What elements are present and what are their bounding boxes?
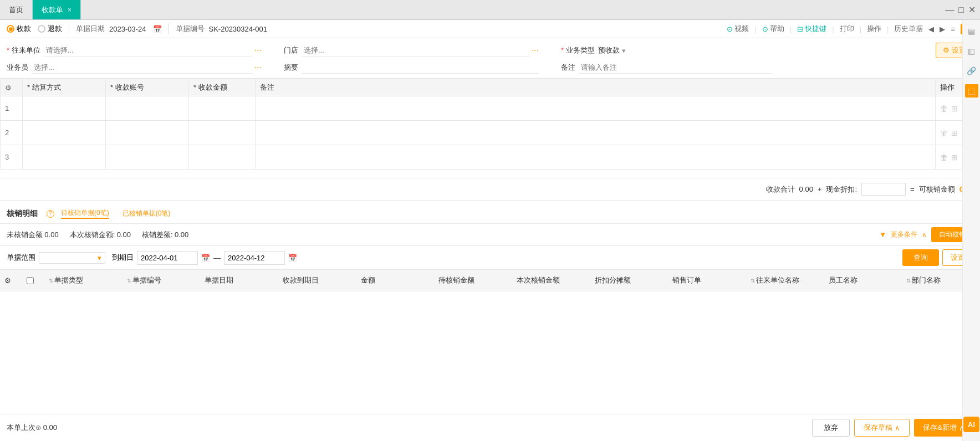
row-amount-3[interactable] xyxy=(189,145,256,170)
receipt-table-container: ⚙ * 结算方式 * 收款账号 * 收款金额 备注 xyxy=(0,79,980,178)
query-button[interactable]: 查询 xyxy=(902,249,939,266)
help-btn[interactable]: ⊙ 帮助 xyxy=(762,24,784,34)
staff-more-icon[interactable]: ··· xyxy=(254,63,262,73)
tab-receipt[interactable]: 收款单 × xyxy=(33,0,81,19)
row-remark-2[interactable] xyxy=(256,121,936,145)
hexiao-info-icon[interactable]: ? xyxy=(47,210,54,218)
table-settings-header[interactable]: ⚙ xyxy=(1,79,23,96)
row-account-1[interactable] xyxy=(106,96,189,121)
range-select[interactable]: ▾ xyxy=(39,252,105,264)
close-button[interactable]: ✕ xyxy=(968,4,976,15)
row-amount-1[interactable] xyxy=(189,96,256,121)
chevron-up-icon[interactable]: ∧ xyxy=(922,231,927,239)
bottom-settings-col[interactable]: ⚙ xyxy=(0,274,22,287)
settlement-label: * 结算方式 xyxy=(27,83,61,91)
copy-icon-2[interactable]: ⊞ xyxy=(951,129,958,137)
unverified-stat: 未核销金额 0.00 xyxy=(7,230,59,240)
store-more-icon[interactable]: ··· xyxy=(532,45,539,55)
date-to-input[interactable] xyxy=(224,251,285,265)
discount-label: 现金折扣: xyxy=(826,184,857,194)
restore-button[interactable]: □ xyxy=(958,5,964,15)
discount-input[interactable] xyxy=(861,183,906,196)
row-remark-1[interactable] xyxy=(256,96,936,121)
store-input[interactable] xyxy=(302,44,529,57)
discard-button[interactable]: 放弃 xyxy=(812,419,850,437)
right-sidebar: ▤ ▥ 🔗 ⬚ Ai xyxy=(962,20,980,441)
draft-button[interactable]: 保存草稿 ∧ xyxy=(854,419,910,437)
row-remark-3[interactable] xyxy=(256,145,936,170)
amount-label: * 收款金额 xyxy=(193,83,227,91)
counterparty-input[interactable] xyxy=(44,44,252,57)
print-btn[interactable]: 打印 xyxy=(840,24,854,34)
sidebar-icon-link[interactable]: 🔗 xyxy=(965,64,978,78)
more-conditions-btn[interactable]: 更多条件 xyxy=(891,230,917,239)
table-row: 3 🗑 ⊞ xyxy=(1,145,980,170)
draft-label: 保存草稿 xyxy=(864,423,892,433)
nav-right-btn[interactable]: ▶ xyxy=(940,25,945,33)
calendar-icon[interactable]: 📅 xyxy=(153,25,162,33)
ai-button[interactable]: Ai xyxy=(963,417,979,432)
list-view-btn[interactable]: ≡ xyxy=(951,25,955,33)
bottom-due-date-col: 收款到期日 xyxy=(278,273,356,288)
number-label: 单据编号 xyxy=(176,24,205,34)
receipt-refund-toggle: 收款 退款 xyxy=(7,24,62,34)
row-account-2[interactable] xyxy=(106,121,189,145)
sort-icon-type[interactable]: ⇅ xyxy=(49,278,53,284)
table-row: 2 🗑 ⊞ xyxy=(1,121,980,145)
remark-input[interactable] xyxy=(579,61,772,74)
sidebar-icon-1[interactable]: ▤ xyxy=(965,24,978,38)
row-settlement-2[interactable] xyxy=(23,121,106,145)
row-settlement-1[interactable] xyxy=(23,96,106,121)
delete-icon-1[interactable]: 🗑 xyxy=(940,104,948,113)
cal-to-icon[interactable]: 📅 xyxy=(288,254,297,262)
copy-icon-3[interactable]: ⊞ xyxy=(951,153,958,162)
row-account-3[interactable] xyxy=(106,145,189,170)
plus-sign: + xyxy=(818,185,822,193)
business-type-value: 预收款 xyxy=(598,45,620,55)
store-field: 门店 ··· xyxy=(284,44,539,57)
this-order-label: 本单上次⊙ xyxy=(7,423,41,432)
cal-from-icon[interactable]: 📅 xyxy=(201,254,210,262)
select-all-checkbox[interactable] xyxy=(27,277,34,284)
row-settlement-3[interactable] xyxy=(23,145,106,170)
video-btn[interactable]: ⊙ 视频 xyxy=(727,24,749,34)
staff-input[interactable] xyxy=(32,61,252,74)
sum-bar: 收款合计 0.00 + 现金折扣: = 可核销金额 0.00 xyxy=(0,178,980,201)
table-gear-icon[interactable]: ⚙ xyxy=(5,84,12,92)
footer-right: 放弃 保存草稿 ∧ 保存&新增 ∧ xyxy=(812,419,973,437)
business-type-label: 业务类型 xyxy=(561,45,595,55)
page-footer: 本单上次⊙ 0.00 放弃 保存草稿 ∧ 保存&新增 ∧ xyxy=(0,414,980,441)
business-type-field: 业务类型 预收款 ▾ xyxy=(561,45,772,55)
query-row: 单据范围 ▾ 到期日 📅 — 📅 查询 设置 xyxy=(0,246,980,270)
receipt-radio[interactable]: 收款 xyxy=(7,24,31,34)
bottom-gear-icon[interactable]: ⚙ xyxy=(4,276,11,285)
shortcut-btn[interactable]: ⊟ 快捷键 xyxy=(797,24,826,34)
done-tab[interactable]: 已核销单据(0笔) xyxy=(122,209,171,218)
nav-left-btn[interactable]: ◀ xyxy=(928,25,934,33)
refund-radio-circle xyxy=(38,25,45,33)
tab-home[interactable]: 首页 xyxy=(0,0,33,19)
pending-tab[interactable]: 待核销单据(0笔) xyxy=(61,208,109,219)
refund-radio[interactable]: 退款 xyxy=(38,24,62,34)
sidebar-icon-2[interactable]: ▥ xyxy=(965,44,978,58)
sort-icon-dept[interactable]: ⇅ xyxy=(906,278,911,284)
bottom-checkbox-col[interactable] xyxy=(22,275,44,286)
bottom-discount-col: 折扣分摊额 xyxy=(590,273,668,288)
operation-btn[interactable]: 操作 xyxy=(867,24,881,34)
history-btn[interactable]: 历史单据 xyxy=(894,24,923,34)
date-from-input[interactable] xyxy=(137,251,198,265)
copy-icon-1[interactable]: ⊞ xyxy=(951,104,958,113)
delete-icon-2[interactable]: 🗑 xyxy=(940,129,948,137)
counterparty-more-icon[interactable]: ··· xyxy=(254,45,262,55)
business-type-select[interactable]: 预收款 ▾ xyxy=(598,45,772,55)
shortcut-icon: ⊟ xyxy=(797,25,803,33)
delete-icon-3[interactable]: 🗑 xyxy=(940,153,948,162)
nav-right-icon: ▶ xyxy=(940,25,945,33)
minimize-button[interactable]: — xyxy=(945,5,954,15)
sort-icon-counterparty[interactable]: ⇅ xyxy=(751,278,755,284)
tab-close-icon[interactable]: × xyxy=(68,6,72,14)
row-amount-2[interactable] xyxy=(189,121,256,145)
sidebar-icon-expand[interactable]: ⬚ xyxy=(965,84,978,98)
sort-icon-number[interactable]: ⇅ xyxy=(127,278,131,284)
summary-input[interactable] xyxy=(302,61,539,74)
